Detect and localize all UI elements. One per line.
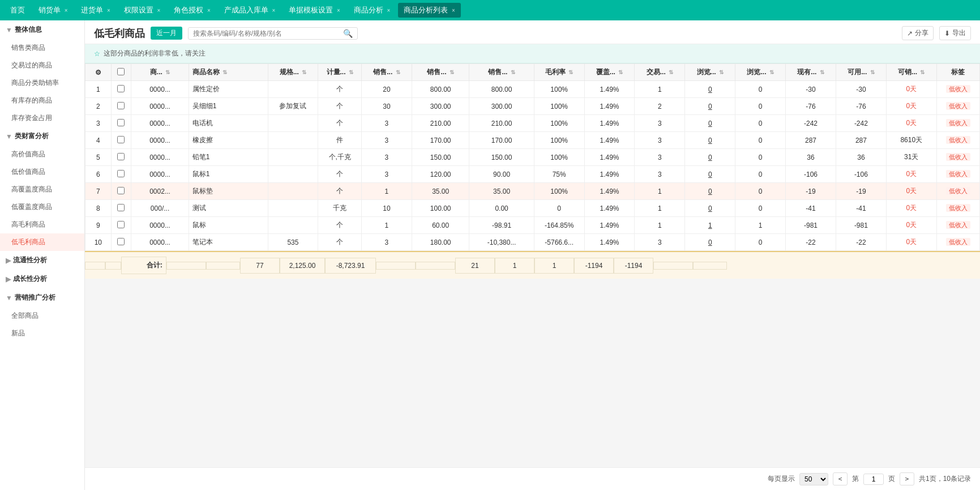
browse1-link[interactable]: 0 (708, 188, 712, 195)
per-page-select[interactable]: 50 100 200 (799, 473, 828, 485)
row-browse1[interactable]: 0 (685, 149, 735, 166)
nav-close-purchase[interactable]: × (107, 7, 110, 14)
nav-item-home[interactable]: 首页 (5, 3, 31, 18)
nav-item-goods-analysis[interactable]: 商品分析 × (348, 3, 396, 18)
th-sale-qty[interactable]: 销售... ⇅ (361, 64, 412, 81)
nav-close-role[interactable]: × (207, 7, 211, 14)
sidebar-item-new-goods[interactable]: 新品 (0, 325, 84, 342)
row-checkbox-cell[interactable] (111, 200, 131, 217)
th-trade[interactable]: 交易... ⇅ (635, 64, 685, 81)
sidebar-item-low-value[interactable]: 低价值商品 (0, 163, 84, 181)
sidebar-item-low-margin[interactable]: 低毛利商品 (0, 233, 84, 251)
row-checkbox[interactable] (117, 119, 125, 126)
th-browse2[interactable]: 浏览... ⇅ (735, 64, 786, 81)
search-input[interactable] (193, 29, 341, 37)
nav-item-template[interactable]: 单据模板设置 × (283, 3, 345, 18)
th-checkbox[interactable] (111, 64, 131, 81)
sidebar-item-stocked-goods[interactable]: 有库存的商品 (0, 92, 84, 109)
nav-close-sales[interactable]: × (65, 7, 68, 14)
select-all-checkbox[interactable] (117, 68, 125, 75)
sidebar-item-category-sales[interactable]: 商品分类助销率 (0, 74, 84, 92)
th-sku[interactable]: 商... ⇅ (131, 64, 189, 81)
browse1-link[interactable]: 0 (708, 137, 712, 144)
row-browse1[interactable]: 0 (685, 183, 735, 200)
sidebar-item-low-coverage[interactable]: 低覆盖度商品 (0, 198, 84, 216)
sidebar-item-high-coverage[interactable]: 高覆盖度商品 (0, 181, 84, 198)
browse1-link[interactable]: 0 (708, 238, 712, 246)
browse1-link[interactable]: 0 (708, 86, 712, 93)
nav-item-sales[interactable]: 销货单 × (33, 3, 73, 18)
browse1-link[interactable]: 0 (708, 120, 712, 127)
row-browse1[interactable]: 0 (685, 115, 735, 132)
th-sale-profit[interactable]: 销售... ⇅ (469, 64, 534, 81)
row-checkbox-cell[interactable] (111, 149, 131, 166)
nav-close-goods-analysis-list[interactable]: × (452, 7, 455, 14)
sidebar-group-marketing[interactable]: ▼ 营销推广分析 (0, 288, 84, 307)
th-margin-rate[interactable]: 毛利率 ⇅ (534, 64, 584, 81)
sidebar-item-all-goods[interactable]: 全部商品 (0, 307, 84, 325)
prev-page-button[interactable]: ＜ (833, 472, 848, 485)
row-checkbox-cell[interactable] (111, 81, 131, 98)
sidebar-item-high-value[interactable]: 高价值商品 (0, 146, 84, 163)
page-number-input[interactable] (863, 474, 884, 485)
row-checkbox[interactable] (117, 136, 125, 143)
nav-close-permission[interactable]: × (157, 7, 161, 14)
row-checkbox-cell[interactable] (111, 132, 131, 149)
nav-item-purchase[interactable]: 进货单 × (75, 3, 115, 18)
browse1-link[interactable]: 0 (708, 171, 712, 178)
sidebar-item-sales-goods[interactable]: 销售类商品 (0, 39, 84, 57)
nav-close-goods-analysis[interactable]: × (387, 7, 390, 14)
nav-close-product-entry[interactable]: × (272, 7, 276, 14)
th-saleable-stock[interactable]: 可销... ⇅ (886, 64, 936, 81)
row-checkbox[interactable] (117, 221, 125, 228)
browse1-link[interactable]: 0 (708, 154, 712, 161)
table-container[interactable]: ⚙ 商... ⇅ 商品名称 ⇅ 规格... ⇅ 计量... ⇅ 销售... ⇅ … (85, 63, 980, 467)
nav-item-product-entry[interactable]: 产成品入库单 × (219, 3, 281, 18)
row-checkbox[interactable] (117, 153, 125, 160)
row-browse1[interactable]: 0 (685, 200, 735, 217)
row-browse1[interactable]: 0 (685, 98, 735, 115)
th-unit[interactable]: 计量... ⇅ (318, 64, 362, 81)
row-checkbox-cell[interactable] (111, 166, 131, 183)
export-button[interactable]: ⬇ 导出 (939, 26, 971, 40)
row-checkbox[interactable] (117, 102, 125, 109)
row-checkbox-cell[interactable] (111, 115, 131, 132)
settings-icon[interactable]: ⚙ (95, 69, 101, 76)
th-coverage[interactable]: 覆盖... ⇅ (584, 64, 635, 81)
th-available-stock[interactable]: 可用... ⇅ (836, 64, 886, 81)
row-checkbox[interactable] (117, 204, 125, 211)
th-browse1[interactable]: 浏览... ⇅ (685, 64, 735, 81)
sidebar-item-traded-goods[interactable]: 交易过的商品 (0, 57, 84, 74)
row-checkbox-cell[interactable] (111, 217, 131, 234)
search-icon[interactable]: 🔍 (343, 29, 353, 38)
browse1-link[interactable]: 1 (708, 221, 712, 229)
row-checkbox-cell[interactable] (111, 234, 131, 251)
row-browse1[interactable]: 1 (685, 217, 735, 234)
row-checkbox-cell[interactable] (111, 98, 131, 115)
row-browse1[interactable]: 0 (685, 234, 735, 251)
th-settings[interactable]: ⚙ (85, 64, 112, 81)
sidebar-group-flow[interactable]: ▶ 流通性分析 (0, 251, 84, 270)
row-browse1[interactable]: 0 (685, 166, 735, 183)
share-button[interactable]: ↗ 分享 (902, 26, 934, 40)
sidebar-group-growth[interactable]: ▶ 成长性分析 (0, 270, 84, 288)
sidebar-group-wealth[interactable]: ▼ 类财富分析 (0, 127, 84, 146)
nav-close-template[interactable]: × (337, 7, 340, 14)
sidebar-item-stock-capital[interactable]: 库存资金占用 (0, 109, 84, 127)
browse1-link[interactable]: 0 (708, 103, 712, 110)
row-checkbox[interactable] (117, 85, 125, 92)
th-name[interactable]: 商品名称 ⇅ (189, 64, 268, 81)
th-sale-price[interactable]: 销售... ⇅ (412, 64, 469, 81)
sidebar-group-overall[interactable]: ▼ 整体信息 (0, 20, 84, 39)
row-checkbox[interactable] (117, 238, 125, 245)
row-checkbox[interactable] (117, 187, 125, 194)
next-page-button[interactable]: ＞ (900, 472, 914, 485)
th-current-stock[interactable]: 现有... ⇅ (786, 64, 836, 81)
row-checkbox[interactable] (117, 170, 125, 177)
th-tag[interactable]: 标签 (936, 64, 979, 81)
th-spec[interactable]: 规格... ⇅ (268, 64, 318, 81)
sidebar-item-high-margin[interactable]: 高毛利商品 (0, 216, 84, 233)
row-browse1[interactable]: 0 (685, 132, 735, 149)
row-browse1[interactable]: 0 (685, 81, 735, 98)
nav-item-goods-analysis-list[interactable]: 商品分析列表 × (398, 3, 460, 18)
